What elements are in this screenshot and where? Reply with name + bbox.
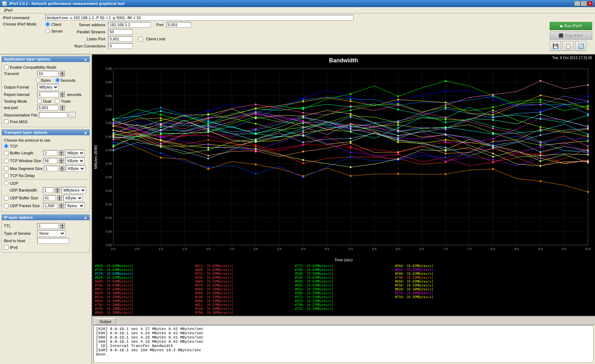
menu-jperf[interactable]: JPerf bbox=[1, 8, 15, 12]
tcp-window-input[interactable] bbox=[43, 158, 57, 164]
legend-col-2: #612: [0.42MBytes/s]#440: [0.42MBytes/s]… bbox=[195, 264, 292, 314]
bind-host-input[interactable] bbox=[37, 238, 69, 244]
ip-layer-toggle[interactable]: ▲ bbox=[84, 215, 87, 220]
command-input[interactable] bbox=[45, 15, 353, 21]
udp-packet-checkbox[interactable] bbox=[4, 204, 8, 208]
udp-bandwidth-label: UDP Bandwidth bbox=[10, 188, 41, 192]
parallel-streams-input[interactable] bbox=[108, 29, 133, 35]
output-format-select[interactable]: MBytes KBytes GBytes bbox=[37, 84, 59, 90]
udp-buffer-checkbox[interactable] bbox=[4, 196, 8, 200]
buffer-length-checkbox[interactable] bbox=[4, 151, 8, 155]
udp-bw-down[interactable]: ▼ bbox=[55, 190, 60, 193]
ttl-up[interactable]: ▲ bbox=[60, 223, 65, 226]
legend-item: #740: [0.43MBytes/s] bbox=[295, 268, 392, 272]
max-segment-checkbox[interactable] bbox=[4, 166, 8, 171]
port-down[interactable]: ▼ bbox=[60, 108, 65, 110]
legend-item: #732: [0.36MBytes/s] bbox=[295, 307, 392, 311]
tcp-radio[interactable] bbox=[4, 144, 8, 148]
trade-checkbox[interactable] bbox=[55, 99, 60, 103]
output-content[interactable]: [628] 0.0-10.1 sec 4.27 MBytes 0.42 MByt… bbox=[94, 325, 594, 363]
seconds-radio-label[interactable]: Seconds bbox=[55, 78, 76, 83]
window-unit-select[interactable]: KBytes bbox=[65, 158, 85, 164]
legend-item: #564: [0.42MBytes/s] bbox=[395, 264, 492, 268]
tcp-window-checkbox[interactable] bbox=[4, 159, 8, 163]
buffer-up[interactable]: ▲ bbox=[59, 150, 64, 153]
rep-file-input[interactable] bbox=[39, 112, 67, 118]
seconds-radio[interactable] bbox=[55, 78, 60, 83]
run-button[interactable]: ▶ Run IPerf! bbox=[550, 22, 592, 30]
save-icon-button[interactable]: 💾 bbox=[550, 41, 561, 51]
udp-buf-up[interactable]: ▲ bbox=[57, 195, 62, 198]
port-input[interactable] bbox=[166, 22, 191, 28]
transport-layer-toggle[interactable]: ▲ bbox=[84, 130, 87, 135]
ipv6-checkbox[interactable] bbox=[4, 245, 8, 250]
udp-bandwidth-input[interactable] bbox=[43, 187, 53, 193]
no-delay-checkbox[interactable] bbox=[4, 173, 8, 178]
port-up[interactable]: ▲ bbox=[60, 105, 65, 108]
udp-buf-down[interactable]: ▼ bbox=[57, 198, 62, 201]
window-up[interactable]: ▲ bbox=[59, 158, 64, 161]
udp-pkt-unit-select[interactable]: Bytes bbox=[65, 203, 85, 209]
buffer-length-input[interactable] bbox=[43, 150, 57, 156]
udp-packet-label: UDP Packet Size bbox=[10, 204, 42, 208]
output-line: [SUM] 0.0-10.1 sec 194 MBytes 19.3 MByte… bbox=[96, 348, 591, 352]
num-connections-input[interactable] bbox=[108, 43, 133, 49]
copy-icon-button[interactable]: 📋 bbox=[562, 41, 574, 51]
server-radio[interactable] bbox=[45, 29, 50, 33]
udp-pkt-up[interactable]: ▲ bbox=[59, 203, 64, 206]
udp-radio[interactable] bbox=[4, 181, 8, 186]
listen-port-input[interactable] bbox=[108, 36, 133, 42]
test-port-input[interactable] bbox=[37, 105, 58, 110]
interval-up[interactable]: ▲ bbox=[60, 92, 65, 95]
client-limit-checkbox[interactable] bbox=[138, 37, 143, 41]
report-interval-input[interactable] bbox=[37, 92, 58, 97]
transmit-input[interactable] bbox=[37, 71, 58, 76]
buffer-down[interactable]: ▼ bbox=[59, 153, 64, 156]
ip-layer-section: IP layer options ▲ TTL ▲▼ Type of Servic… bbox=[1, 214, 90, 253]
ttl-input[interactable] bbox=[37, 223, 58, 229]
udp-bw-up[interactable]: ▲ bbox=[55, 187, 60, 190]
udp-buffer-input[interactable] bbox=[43, 195, 56, 201]
bytes-radio[interactable] bbox=[36, 78, 40, 83]
segment-up[interactable]: ▲ bbox=[60, 166, 64, 169]
legend-col-4: #564: [0.42MBytes/s]#801: [0.42MBytes/s]… bbox=[395, 264, 492, 314]
print-mss-checkbox[interactable] bbox=[4, 119, 8, 124]
command-label: iPerf command: bbox=[3, 16, 45, 20]
window-down[interactable]: ▼ bbox=[59, 161, 64, 164]
udp-bw-unit-select[interactable]: MBytes/sec bbox=[61, 187, 86, 193]
legend-item: #836: [0.42MBytes/s] bbox=[295, 280, 392, 283]
legend-item: #516: [0.41MBytes/s] bbox=[295, 276, 392, 279]
close-button[interactable]: ✕ bbox=[587, 1, 593, 6]
udp-buf-unit-select[interactable]: KBytes bbox=[63, 195, 83, 201]
server-address-input[interactable] bbox=[108, 22, 151, 28]
client-radio[interactable] bbox=[45, 22, 50, 27]
maximize-button[interactable]: □ bbox=[581, 1, 586, 6]
dual-checkbox[interactable] bbox=[37, 99, 42, 103]
ttl-down[interactable]: ▼ bbox=[60, 226, 65, 229]
interval-down[interactable]: ▼ bbox=[60, 95, 65, 97]
rep-file-browse[interactable]: ... bbox=[69, 112, 76, 118]
transmit-up[interactable]: ▲ bbox=[60, 71, 65, 74]
udp-packet-input[interactable] bbox=[43, 203, 57, 209]
compat-mode-checkbox[interactable] bbox=[4, 65, 8, 69]
app-layer-toggle[interactable]: ▲ bbox=[84, 57, 87, 61]
transport-layer-header: Transport layer options ▲ bbox=[2, 130, 90, 135]
legend-item: #456: [0.36MBytes/s] bbox=[95, 307, 192, 311]
tos-select[interactable]: None bbox=[37, 230, 66, 237]
bytes-radio-label[interactable]: Bytes bbox=[36, 78, 51, 83]
client-radio-label[interactable]: Client bbox=[45, 22, 63, 27]
server-radio-label[interactable]: Server bbox=[45, 29, 63, 33]
buffer-unit-select[interactable]: MBytes bbox=[65, 150, 85, 156]
refresh-icon-button[interactable]: 🔄 bbox=[575, 41, 586, 51]
minimize-button[interactable]: _ bbox=[574, 1, 580, 6]
port-label: Port bbox=[156, 23, 163, 27]
udp-pkt-down[interactable]: ▼ bbox=[59, 206, 64, 209]
output-tab[interactable]: Output bbox=[95, 318, 116, 325]
stop-button[interactable]: ⬛ Stop IPerf! bbox=[550, 32, 592, 40]
segment-down[interactable]: ▼ bbox=[60, 169, 64, 171]
segment-unit-select[interactable]: KBytes bbox=[66, 165, 85, 172]
transport-layer-body: Choose the protocol to use TCP Buffer Le… bbox=[2, 137, 90, 212]
transmit-down[interactable]: ▼ bbox=[60, 74, 65, 76]
max-segment-input[interactable] bbox=[44, 166, 58, 171]
app-layer-title: Application layer options bbox=[4, 57, 50, 61]
